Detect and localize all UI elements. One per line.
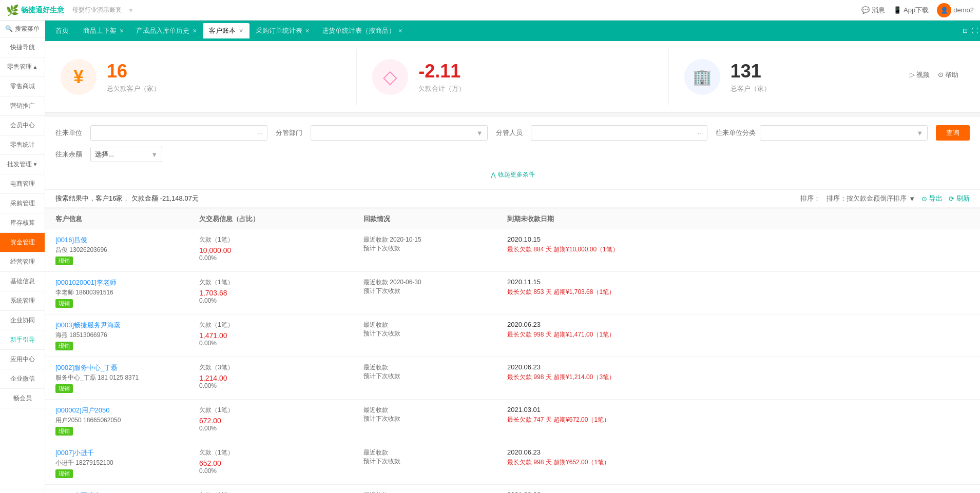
sidebar-item-wholesale-mgmt[interactable]: 批发管理 ▼: [0, 155, 45, 174]
sidebar-item-members[interactable]: 会员中心: [0, 116, 45, 135]
sidebar-item-retail-stats[interactable]: 零售统计: [0, 135, 45, 155]
tab-product-history-label: 产成品入库单历史: [136, 26, 189, 35]
sidebar-item-wechat[interactable]: 企业微信: [0, 369, 45, 389]
sidebar-item-guide[interactable]: 新手引导: [0, 330, 45, 350]
debt-percent-2: 0.00%: [199, 340, 363, 347]
sidebar-system-label: 系统管理: [10, 297, 35, 304]
customer-name-5[interactable]: [0007]小进千: [55, 449, 94, 457]
message-btn[interactable]: 💬 消息: [861, 6, 885, 15]
sidebar-item-collaboration[interactable]: 企业协同: [0, 311, 45, 330]
sidebar-guide-label: 新手引导: [10, 336, 35, 343]
supplier-input[interactable]: ···: [90, 125, 267, 141]
sidebar-item-member-vip[interactable]: 畅会员: [0, 389, 45, 408]
tab-minimize-icon[interactable]: ⊡: [963, 27, 968, 34]
page-content: ¥ 16 总欠款客户（家） ◇ -2.11: [45, 41, 980, 493]
sidebar-item-retail-mgmt[interactable]: 零售管理 ▲: [0, 57, 45, 77]
filter-person: 分管人员 ···: [496, 125, 708, 141]
due-date-1: 2020.11.15: [507, 278, 970, 286]
col-debt-info: 欠交易信息（占比）: [199, 214, 363, 224]
balance-select[interactable]: 选择... ▼: [90, 147, 162, 162]
sidebar-quick-nav-label: 快捷导航: [10, 44, 35, 51]
sidebar-item-quick-nav[interactable]: 快捷导航: [0, 38, 45, 57]
category-select[interactable]: ▼: [760, 125, 928, 141]
col-customer-info: 客户信息: [55, 214, 199, 224]
payment-cell-3: 最近收款 预计下次收款: [363, 363, 507, 381]
tab-product-listing[interactable]: 商品上下架 ×: [77, 23, 130, 38]
sidebar-item-operations[interactable]: 经营管理: [0, 252, 45, 272]
sidebar: 🔍 搜索菜单 快捷导航 零售管理 ▲ 零售商城 营销推广 会员中心 零售统计: [0, 21, 45, 493]
debt-info-4: 欠款（1笔）: [199, 406, 363, 415]
debt-cell-0: 欠款（1笔） 10,000.00 0.00%: [199, 235, 363, 262]
payment-cell-5: 最近收款 预计下次收款: [363, 448, 507, 466]
tab-purchase-goods-stats[interactable]: 进货单统计表（按商品） ×: [316, 23, 409, 38]
tab-close-icon3[interactable]: ×: [239, 27, 243, 35]
next-payment-1: 预计下次收款: [363, 287, 507, 295]
sidebar-retail-mall-label: 零售商城: [10, 83, 35, 90]
overdue-info-5: 最长欠款 998 天 超期¥652.00（1笔）: [507, 458, 970, 467]
sidebar-wechat-label: 企业微信: [10, 375, 35, 382]
sort-label: 排序：: [800, 194, 820, 203]
customer-name-2[interactable]: [0003]畅捷服务尹海蒸: [55, 321, 121, 329]
tab-customer-ledger[interactable]: 客户账本 ×: [203, 23, 249, 38]
query-button[interactable]: 查询: [936, 125, 970, 141]
table-row: [000002]用户2050 用户2050 18665062050 现销 欠款（…: [45, 400, 980, 442]
overdue-link-2[interactable]: 超期¥1,471.00（1笔）: [553, 331, 615, 338]
sidebar-item-marketing[interactable]: 营销推广: [0, 96, 45, 116]
tab-home[interactable]: 首页: [47, 23, 77, 38]
video-btn[interactable]: ▷ 视频: [910, 70, 930, 80]
tab-close-icon[interactable]: ×: [120, 27, 124, 35]
data-table: 客户信息 欠交易信息（占比） 回款情况 到期未收款日期 [0016]吕俊 吕俊 …: [45, 209, 980, 493]
filter-dept: 分管部门 ▼: [276, 125, 488, 141]
sidebar-item-retail-mall[interactable]: 零售商城: [0, 77, 45, 96]
debt-percent-3: 0.00%: [199, 382, 363, 389]
export-btn[interactable]: ⊙ 导出: [921, 194, 943, 203]
user-menu[interactable]: 👤 demo2: [937, 3, 974, 17]
customer-sub-2: 海燕 18513066976: [55, 331, 199, 340]
sidebar-item-ecommerce[interactable]: 电商管理: [0, 174, 45, 194]
overdue-link-3[interactable]: 超期¥1,214.00（3笔）: [553, 373, 615, 381]
customer-name-3[interactable]: [0002]服务中心_丁磊: [55, 364, 118, 371]
collapse-up-icon: ⋀: [491, 171, 496, 179]
debt-info-1: 欠款（1笔）: [199, 278, 363, 287]
col-due-date: 到期未收款日期: [507, 214, 970, 224]
customer-cell-0: [0016]吕俊 吕俊 13026203696 现销: [55, 235, 199, 265]
customer-name-1[interactable]: [0001020001]李老师: [55, 279, 117, 286]
sidebar-item-purchase-mgmt[interactable]: 采购管理: [0, 194, 45, 213]
tab-close-icon5[interactable]: ×: [398, 27, 402, 35]
sidebar-item-app-center[interactable]: 应用中心: [0, 350, 45, 369]
overdue-link-1[interactable]: 超期¥1,703.68（1笔）: [553, 288, 615, 295]
help-btn[interactable]: ⊙ 帮助: [938, 70, 958, 80]
sort-select[interactable]: 排序：按欠款金额倒序排序 ▼: [827, 194, 915, 203]
sidebar-item-basic-info[interactable]: 基础信息: [0, 272, 45, 291]
tab-bar: 首页 商品上下架 × 产成品入库单历史 × 客户账本 × 采购订单统计表 ×: [45, 21, 980, 41]
sidebar-item-inventory[interactable]: 库存核算: [0, 213, 45, 233]
collapse-bar[interactable]: ⋀ 收起更多条件: [55, 168, 970, 181]
sidebar-search[interactable]: 🔍 搜索菜单: [0, 21, 45, 38]
due-cell-6: 2021.02.26 最长欠款 750 天 超期¥455.90（1笔）: [507, 491, 970, 493]
tab-product-history[interactable]: 产成品入库单历史 ×: [130, 23, 203, 38]
overdue-link-4[interactable]: 超期¥672.00（1笔）: [553, 416, 610, 423]
customer-tag-0: 现销: [55, 257, 73, 265]
stat-actions: ▷ 视频 ⊙ 帮助: [904, 64, 965, 86]
overdue-link-5[interactable]: 超期¥652.00（1笔）: [553, 459, 610, 466]
overdue-link-0[interactable]: 超期¥10,000.00（1笔）: [553, 246, 619, 253]
customer-name-4[interactable]: [000002]用户2050: [55, 406, 110, 414]
tab-purchase-stats[interactable]: 采购订单统计表 ×: [249, 23, 316, 38]
app-download-btn[interactable]: 📱 App下载: [893, 6, 929, 15]
filter-supplier-label: 往来单位: [55, 128, 86, 137]
sidebar-item-finance[interactable]: 资金管理: [0, 233, 45, 252]
sidebar-item-system[interactable]: 系统管理: [0, 291, 45, 311]
sidebar-ecommerce-label: 电商管理: [10, 180, 35, 187]
export-label: 导出: [929, 194, 943, 203]
tab-fullscreen-icon[interactable]: ⛶: [972, 27, 978, 34]
dept-select[interactable]: ▼: [311, 125, 488, 141]
sidebar-operations-label: 经营管理: [10, 258, 35, 265]
refresh-btn[interactable]: ⟳ 刷新: [949, 194, 970, 203]
results-amount: 欠款金额 -21,148.07元: [131, 194, 199, 202]
collapse-label: 收起更多条件: [498, 170, 535, 179]
customer-name-0[interactable]: [0016]吕俊: [55, 236, 87, 244]
table-row: [0002]服务中心_丁磊 服务中心_丁磊 181 0125 8371 现销 欠…: [45, 357, 980, 400]
person-input[interactable]: ···: [531, 125, 708, 141]
tab-close-icon2[interactable]: ×: [193, 27, 197, 35]
tab-close-icon4[interactable]: ×: [305, 27, 310, 35]
